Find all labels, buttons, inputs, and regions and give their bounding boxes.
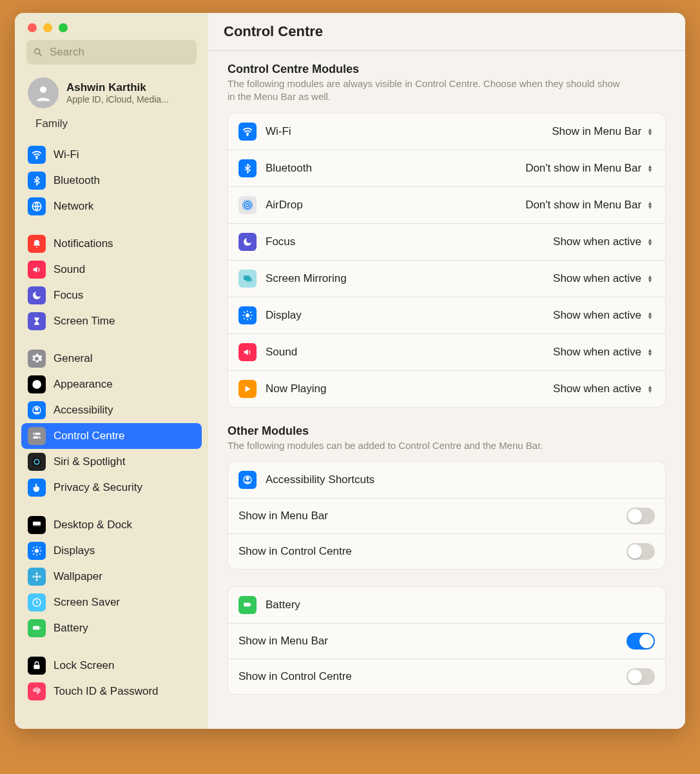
settings-window: Ashwin Karthik Apple ID, iCloud, Media..… [15, 13, 685, 729]
sidebar-item-label: Privacy & Security [53, 481, 142, 494]
module-popup-sound[interactable]: Show when active▲▼ [553, 346, 655, 359]
toggle-row-accessibility-shortcuts-show-in-menu-bar: Show in Menu Bar [228, 499, 665, 534]
module-row-sound: SoundShow when active▲▼ [228, 334, 665, 371]
sidebar-item-label: Battery [53, 622, 88, 635]
popup-value: Show when active [553, 382, 641, 395]
sidebar-item-network[interactable]: Network [21, 194, 202, 219]
account-subtitle: Apple ID, iCloud, Media... [66, 94, 169, 104]
sidebar-item-label: Focus [53, 289, 83, 302]
sidebar-item-notifications[interactable]: Notifications [21, 231, 202, 257]
sidebar-item-screen-saver[interactable]: Screen Saver [21, 590, 202, 615]
svg-rect-53 [244, 603, 249, 606]
module-popup-now-playing[interactable]: Show when active▲▼ [553, 382, 655, 395]
page-title: Control Centre [224, 23, 670, 40]
popup-value: Don't show in Menu Bar [525, 199, 641, 212]
svg-point-28 [32, 575, 35, 578]
module-row-display: DisplayShow when active▲▼ [228, 297, 665, 334]
battery-icon [28, 619, 46, 637]
family-row[interactable]: Family [15, 111, 208, 139]
popup-value: Show when active [553, 309, 641, 322]
section1-title: Control Centre Modules [228, 63, 666, 76]
section2-desc: The following modules can be added to Co… [228, 439, 627, 452]
toggle-label: Show in Control Centre [238, 545, 627, 558]
module-popup-screen-mirroring[interactable]: Show when active▲▼ [553, 272, 655, 285]
svg-rect-34 [34, 665, 39, 670]
svg-point-7 [35, 408, 38, 410]
sidebar-item-screen-time[interactable]: Screen Time [21, 308, 202, 334]
search-input[interactable] [48, 45, 190, 59]
main-panel: Control Centre Control Centre Modules Th… [208, 13, 685, 729]
module-popup-wi-fi[interactable]: Show in Menu Bar▲▼ [552, 125, 655, 138]
sidebar-item-privacy-security[interactable]: Privacy & Security [21, 475, 202, 501]
search-icon [33, 47, 43, 57]
module-popup-display[interactable]: Show when active▲▼ [553, 309, 655, 322]
account-name: Ashwin Karthik [66, 81, 169, 94]
battery-icon [238, 596, 257, 614]
chevron-updown-icon: ▲▼ [645, 128, 655, 135]
sidebar-item-focus[interactable]: Focus [21, 283, 202, 308]
sidebar-item-battery[interactable]: Battery [21, 615, 202, 641]
svg-point-27 [35, 579, 38, 581]
module-popup-focus[interactable]: Show when active▲▼ [553, 235, 655, 248]
svg-point-11 [38, 437, 39, 438]
sidebar-item-wallpaper[interactable]: Wallpaper [21, 564, 202, 590]
svg-point-51 [246, 477, 249, 480]
sidebar-item-wi-fi[interactable]: Wi-Fi [21, 142, 202, 168]
sidebar-item-siri-spotlight[interactable]: Siri & Spotlight [21, 449, 202, 475]
toggle-accessibility-shortcuts-show-in-menu-bar[interactable] [627, 508, 655, 524]
svg-line-46 [244, 312, 245, 313]
svg-point-9 [34, 433, 35, 434]
svg-rect-40 [246, 277, 251, 282]
svg-rect-32 [34, 627, 39, 630]
sidebar-item-label: Lock Screen [53, 659, 115, 672]
popup-value: Don't show in Menu Bar [525, 162, 641, 175]
toggle-row-battery-show-in-menu-bar: Show in Menu Bar [228, 624, 665, 659]
toggle-battery-show-in-control-centre[interactable] [627, 668, 655, 685]
module-popup-bluetooth[interactable]: Don't show in Menu Bar▲▼ [525, 162, 655, 175]
sidebar-item-appearance[interactable]: Appearance [21, 372, 202, 397]
sidebar-item-control-centre[interactable]: Control Centre [21, 423, 202, 449]
toggle-accessibility-shortcuts-show-in-control-centre[interactable] [627, 543, 655, 560]
module-popup-airdrop[interactable]: Don't show in Menu Bar▲▼ [525, 199, 655, 212]
sun-icon [238, 306, 257, 324]
dock-icon [28, 516, 46, 534]
chevron-updown-icon: ▲▼ [645, 164, 655, 172]
close-window-button[interactable] [28, 23, 37, 32]
sidebar-item-bluetooth[interactable]: Bluetooth [21, 168, 202, 194]
toggle-battery-show-in-menu-bar[interactable] [627, 633, 655, 650]
svg-point-36 [246, 203, 249, 206]
gear-icon [28, 350, 46, 368]
sidebar-item-desktop-dock[interactable]: Desktop & Dock [21, 512, 202, 538]
person-icon [238, 471, 257, 489]
sidebar-item-general[interactable]: General [21, 346, 202, 372]
minimize-window-button[interactable] [43, 23, 52, 32]
svg-rect-54 [251, 604, 251, 605]
sidebar-nav: Wi-FiBluetoothNetworkNotificationsSoundF… [15, 139, 208, 713]
mirror-icon [238, 270, 257, 288]
svg-rect-33 [40, 627, 41, 628]
sidebar-item-label: Screen Saver [53, 596, 120, 609]
other-module-title: Accessibility Shortcuts [266, 473, 655, 486]
search-field[interactable] [26, 40, 197, 64]
sidebar-item-accessibility[interactable]: Accessibility [21, 397, 202, 423]
main-header: Control Centre [208, 13, 685, 51]
toggle-row-battery-show-in-control-centre: Show in Control Centre [228, 659, 665, 694]
fullscreen-window-button[interactable] [59, 23, 68, 32]
toggle-label: Show in Menu Bar [238, 635, 627, 648]
sidebar-item-label: Desktop & Dock [53, 519, 132, 531]
sidebar-item-lock-screen[interactable]: Lock Screen [21, 653, 202, 679]
bluetooth-icon [238, 159, 257, 177]
sidebar-item-label: Screen Time [53, 315, 115, 328]
account-row[interactable]: Ashwin Karthik Apple ID, iCloud, Media..… [15, 71, 208, 111]
svg-point-41 [246, 313, 249, 317]
module-label: Sound [266, 346, 553, 359]
other-module-title-row: Battery [228, 587, 665, 624]
person-icon [28, 401, 46, 419]
sidebar-item-sound[interactable]: Sound [21, 257, 202, 283]
sidebar-item-touch-id-password[interactable]: Touch ID & Password [21, 679, 202, 704]
popup-value: Show in Menu Bar [552, 125, 641, 138]
sun-icon [28, 542, 46, 560]
avatar [28, 77, 59, 108]
sidebar-item-displays[interactable]: Displays [21, 538, 202, 564]
other-modules: Accessibility ShortcutsShow in Menu BarS… [228, 461, 666, 695]
